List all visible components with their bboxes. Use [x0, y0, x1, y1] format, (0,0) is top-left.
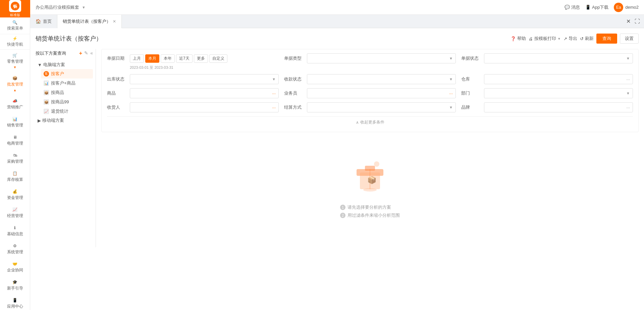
date-btn-thismonth[interactable]: 本月 [145, 54, 159, 63]
brand-select[interactable]: ··· [484, 102, 633, 112]
tab-maximize-button[interactable]: ⛶ [635, 18, 640, 24]
empty-state: 📦 1 请先选择要分析的方案 2 用过滤条件来缩小分析范围 [101, 132, 639, 247]
order-status-arrow: ▼ [626, 56, 630, 60]
tab-close-main-button[interactable]: ✕ [626, 18, 631, 24]
logo-icon: 畅 [9, 0, 21, 12]
sidebar-item-search[interactable]: 🔍 搜索菜单 [0, 17, 30, 34]
goods-select[interactable]: ··· [130, 88, 279, 98]
sidebar-item-newuser[interactable]: 🎓 新手引导 [0, 276, 30, 295]
goods-dots[interactable]: ··· [272, 91, 276, 96]
tree-child-by-customer-goods[interactable]: 📊 按客户+商品 [41, 79, 93, 88]
messages-button[interactable]: 💬 消息 [565, 4, 580, 10]
sidebar-item-purchase[interactable]: 🛍 采购管理 [0, 150, 30, 168]
sidebar-item-wholesale[interactable]: 📦 批发管理 ▲ [0, 72, 30, 95]
sidebar-item-system[interactable]: ⚙ 系统管理 [0, 240, 30, 258]
tree-desktop-header[interactable]: ▼ 电脑端方案 [36, 60, 93, 69]
sidebar-item-marketing[interactable]: 📣 营销推广 [0, 95, 30, 113]
date-btn-lastmonth[interactable]: 上月 [130, 54, 144, 63]
tab-home[interactable]: 🏠 首页 [30, 15, 57, 28]
tree-expand-arrow: ▼ [38, 62, 42, 67]
sidebar-item-finance[interactable]: 💰 资金管理 [0, 186, 30, 204]
sidebar-item-apps[interactable]: 📱 应用中心 [0, 295, 30, 310]
header-actions: 💬 消息 📱 App下载 Ea demo2 [565, 3, 639, 12]
by-customer-label: 按客户 [51, 71, 64, 77]
home-icon: 🏠 [36, 19, 41, 24]
filter-staff: 业务员 ··· [284, 88, 456, 98]
order-status-select[interactable]: ▼ [484, 53, 633, 63]
sidebar-item-enterprise[interactable]: 🤝 企业协同 [0, 258, 30, 276]
tab-sales-stat[interactable]: 销货单统计表（按客户） ✕ [57, 15, 122, 28]
dept-select[interactable]: ▼ [484, 88, 633, 98]
date-btn-more[interactable]: 更多 [194, 54, 208, 63]
payment-label: 结算方式 [284, 104, 304, 110]
warehouse-select[interactable]: ··· [484, 74, 633, 84]
sales-icon: 📊 [12, 117, 17, 121]
filter-row-1: 单据日期 上月 本月 本年 近7天 更多 自定义 [107, 53, 633, 63]
collapse-filters-button[interactable]: ∧ 收起更多条件 [107, 116, 633, 128]
purchase-icon: 🛍 [13, 153, 17, 158]
tree-desktop: ▼ 电脑端方案 客 按客户 📊 按客户+商品 [36, 60, 93, 116]
app-download-button[interactable]: 📱 App下载 [585, 4, 608, 10]
wholesale-arrow: ▲ [13, 88, 17, 92]
staff-select[interactable]: ··· [307, 88, 456, 98]
sidebar-item-inventory[interactable]: 📋 库存核算 [0, 168, 30, 186]
date-btn-custom[interactable]: 自定义 [209, 54, 227, 63]
add-scheme-button[interactable]: + [79, 50, 82, 56]
user-profile[interactable]: Ea demo2 [614, 3, 639, 12]
workspace-selector[interactable]: 办公用品行业模拟账套 ▼ [36, 4, 86, 10]
print-button[interactable]: 🖨 按模板打印 ▼ [529, 36, 561, 42]
message-icon: 💬 [565, 5, 570, 10]
tree-child-by-goods99[interactable]: 📦 按商品99 [41, 97, 93, 107]
by-customer-goods-label: 按客户+商品 [51, 80, 75, 86]
payment-arrow: ▼ [449, 105, 453, 109]
apps-icon: 📱 [12, 298, 17, 303]
sidebar-quicknav-label: 快捷导航 [7, 42, 23, 47]
date-btn-thisyear[interactable]: 本年 [161, 54, 175, 63]
query-button[interactable]: 查询 [596, 34, 617, 44]
sidebar-newuser-label: 新手引导 [7, 286, 23, 291]
messages-label: 消息 [571, 4, 580, 10]
sidebar-item-operations[interactable]: 📈 经营管理 [0, 204, 30, 222]
ship-status-select[interactable]: ▼ [130, 74, 279, 84]
filter-ship-status: 出库状态 ▼ [107, 74, 279, 84]
order-status-label: 单据状态 [461, 55, 481, 61]
sidebar-item-basic[interactable]: ℹ 基础信息 [0, 222, 30, 240]
warehouse-dots[interactable]: ··· [626, 77, 630, 82]
sidebar-item-ecommerce[interactable]: 🖥 电商管理 [0, 132, 30, 150]
operations-icon: 📈 [12, 207, 17, 212]
edit-scheme-button[interactable]: ✎ [84, 50, 88, 56]
sidebar-item-quicknav[interactable]: ⚡ 快捷导航 [0, 34, 30, 50]
sidebar-item-retail[interactable]: 🛒 零售管理 ▼ [0, 50, 30, 72]
tree-child-by-customer[interactable]: 客 按客户 [41, 69, 93, 79]
date-btn-7days[interactable]: 近7天 [176, 54, 193, 63]
by-goods-icon: 📦 [44, 90, 49, 95]
ecommerce-icon: 🖥 [13, 135, 17, 140]
sidebar-system-label: 系统管理 [7, 249, 23, 255]
help-button[interactable]: ❓ 帮助 [511, 36, 526, 42]
settings-button[interactable]: 设置 [620, 34, 639, 44]
tree-child-return-stats[interactable]: 📈 退货统计 [41, 107, 93, 116]
brand-dots[interactable]: ··· [626, 105, 630, 110]
collapse-panel-button[interactable]: « [90, 50, 93, 56]
sidebar-finance-label: 资金管理 [7, 195, 23, 201]
receiver-select[interactable]: ··· [130, 102, 279, 112]
export-button[interactable]: ↗ 导出 [564, 36, 577, 42]
tabs-actions: ✕ ⛶ [626, 18, 644, 24]
order-type-select[interactable]: ▼ [307, 53, 456, 63]
filter-date: 单据日期 上月 本月 本年 近7天 更多 自定义 [107, 53, 279, 63]
desktop-label: 电脑端方案 [43, 62, 65, 68]
download-icon: 📱 [585, 5, 591, 10]
by-goods99-icon: 📦 [44, 99, 49, 105]
filter-row-4: 收货人 ··· 结算方式 ▼ [107, 102, 633, 112]
tree-mobile-header[interactable]: ▶ 移动端方案 [36, 116, 93, 125]
refresh-button[interactable]: ↺ 刷新 [580, 36, 594, 42]
receiver-dots[interactable]: ··· [272, 105, 276, 110]
tab-close-button[interactable]: ✕ [113, 19, 116, 24]
sidebar-item-sales[interactable]: 📊 销售管理 [0, 113, 30, 132]
collect-status-select[interactable]: ▼ [307, 74, 456, 84]
tree-child-by-goods[interactable]: 📦 按商品 [41, 88, 93, 97]
staff-dots[interactable]: ··· [449, 91, 453, 96]
payment-select[interactable]: ▼ [307, 102, 456, 112]
left-panel-actions: + ✎ « [79, 50, 93, 56]
system-icon: ⚙ [13, 244, 17, 248]
